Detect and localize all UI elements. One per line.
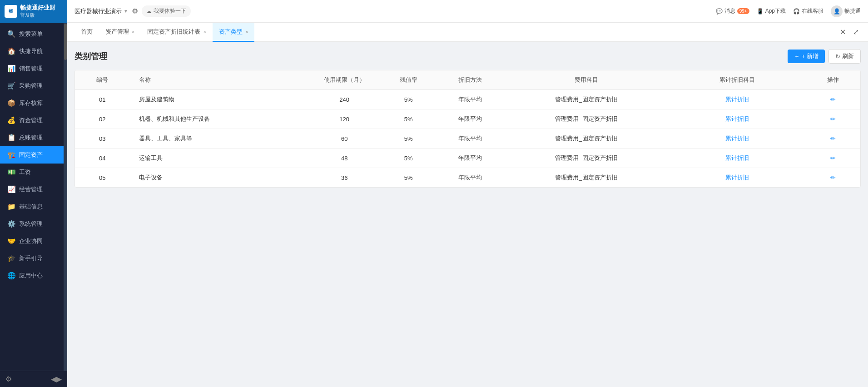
edit-icon[interactable]: ✏ <box>830 96 836 103</box>
company-selector[interactable]: 医疗器械行业演示 ▼ <box>74 7 128 15</box>
cell-ratio: 5% <box>381 149 436 168</box>
cell-action[interactable]: ✏ <box>805 149 860 168</box>
tab-close-icon[interactable]: × <box>245 29 248 35</box>
tab-depreciation[interactable]: 固定资产折旧统计表× <box>141 23 212 42</box>
sidebar-item-basics[interactable]: 📁 基础信息 <box>0 198 64 215</box>
sidebar-item-inventory[interactable]: 📦 库存核算 <box>0 94 64 112</box>
sidebar-item-label: 采购管理 <box>19 82 43 90</box>
sidebar-item-appcenter[interactable]: 🌐 应用中心 <box>0 267 64 284</box>
edit-icon[interactable]: ✏ <box>830 174 836 181</box>
experience-button[interactable]: ☁ 我要体验一下 <box>142 5 191 17</box>
message-label: 消息 <box>724 7 735 15</box>
cell-accum: 累计折旧 <box>669 149 805 168</box>
message-button[interactable]: 💬 消息 99+ <box>716 7 749 15</box>
system-icon: ⚙️ <box>7 220 15 228</box>
tab-close-icon[interactable]: × <box>132 29 134 35</box>
sidebar-item-fixed[interactable]: 🏗️ 固定资产 <box>0 146 64 164</box>
sidebar-item-ledger[interactable]: 📋 总账管理 <box>0 129 64 146</box>
cell-code: 03 <box>75 129 130 149</box>
cell-name: 器具、工具、家具等 <box>130 129 308 149</box>
app-logo-icon: 畅 <box>5 5 17 18</box>
col-header-accum: 累计折旧科目 <box>669 70 805 90</box>
cell-method: 年限平均 <box>436 149 504 168</box>
cell-expense: 管理费用_固定资产折旧 <box>504 149 669 168</box>
sidebar-item-collab[interactable]: 🤝 企业协同 <box>0 233 64 250</box>
tab-asset-mgmt[interactable]: 资产管理× <box>99 23 141 42</box>
sidebar-item-system[interactable]: ⚙️ 系统管理 <box>0 215 64 233</box>
new-button[interactable]: ＋ + 新增 <box>788 50 825 63</box>
refresh-button[interactable]: ↻ 刷新 <box>828 49 861 64</box>
edit-icon[interactable]: ✏ <box>830 135 836 142</box>
avatar: 👤 <box>831 5 843 17</box>
cell-ratio: 5% <box>381 109 436 129</box>
col-header-period: 使用期限（月） <box>308 70 381 90</box>
user-icon: 👤 <box>833 8 840 15</box>
cell-action[interactable]: ✏ <box>805 109 860 129</box>
experience-label: 我要体验一下 <box>154 7 186 15</box>
sidebar-item-label: 新手引导 <box>19 254 43 263</box>
sidebar-item-label: 资金管理 <box>19 116 43 124</box>
cell-name: 房屋及建筑物 <box>130 90 308 109</box>
company-settings-icon[interactable]: ⚙ <box>132 7 138 15</box>
cell-period: 60 <box>308 129 381 149</box>
sidebar-item-salary[interactable]: 💵 工资 <box>0 164 64 181</box>
sidebar-item-sales[interactable]: 📊 销售管理 <box>0 60 64 77</box>
edit-icon[interactable]: ✏ <box>830 154 836 162</box>
data-table: 编号 名称 使用期限（月） 残值率 折旧方法 费用科目 累计折旧科目 操作 01… <box>74 70 861 188</box>
cell-code: 05 <box>75 168 130 188</box>
cell-action[interactable]: ✏ <box>805 129 860 149</box>
tab-close-icon[interactable]: × <box>203 29 206 35</box>
plus-icon: ＋ <box>794 52 800 60</box>
tab-label: 固定资产折旧统计表 <box>147 28 200 36</box>
cell-name: 机器、机械和其他生产设备 <box>130 109 308 129</box>
guide-icon: 🎓 <box>7 254 15 263</box>
customer-service-button[interactable]: 🎧 在线客服 <box>793 7 823 15</box>
tab-label: 首页 <box>81 28 93 36</box>
edit-icon[interactable]: ✏ <box>830 115 836 123</box>
sidebar-scrollbar[interactable] <box>64 23 67 371</box>
appcenter-icon: 🌐 <box>7 272 15 280</box>
search-icon: 🔍 <box>7 30 15 38</box>
refresh-icon: ↻ <box>835 53 840 60</box>
operations-icon: 📈 <box>7 185 15 194</box>
table-row: 05 电子设备 36 5% 年限平均 管理费用_固定资产折旧 累计折旧 ✏ <box>75 168 860 188</box>
cell-action[interactable]: ✏ <box>805 90 860 109</box>
sidebar-item-label: 系统管理 <box>19 220 43 228</box>
finance-icon: 💰 <box>7 116 15 124</box>
sidebar-item-operations[interactable]: 📈 经营管理 <box>0 181 64 198</box>
sidebar-item-label: 企业协同 <box>19 237 43 245</box>
app-subtitle: 普及版 <box>20 12 55 19</box>
sidebar-item-purchase[interactable]: 🛒 采购管理 <box>0 77 64 94</box>
expand-tab-button[interactable]: ⤢ <box>851 26 861 38</box>
cell-method: 年限平均 <box>436 168 504 188</box>
tab-home[interactable]: 首页 <box>74 23 99 42</box>
cell-method: 年限平均 <box>436 109 504 129</box>
user-menu[interactable]: 👤 畅捷通 <box>831 5 861 17</box>
sidebar: 畅 畅捷通好业财 普及版 🔍 搜索菜单 🏠 快捷导航 📊 销售管理 🛒 采购管理… <box>0 0 67 387</box>
inventory-icon: 📦 <box>7 99 15 107</box>
refresh-button-label: 刷新 <box>842 52 854 60</box>
topbar-right: 💬 消息 99+ 📱 App下载 🎧 在线客服 👤 畅捷通 <box>716 5 861 17</box>
topbar: 医疗器械行业演示 ▼ ⚙ ☁ 我要体验一下 💬 消息 99+ 📱 App下载 🎧… <box>67 0 868 23</box>
sidebar-item-label: 总账管理 <box>19 134 43 142</box>
sidebar-item-finance[interactable]: 💰 资金管理 <box>0 112 64 129</box>
collapse-icon[interactable]: ◀▶ <box>51 375 62 383</box>
close-tab-button[interactable]: ✕ <box>838 26 848 38</box>
col-header-expense: 费用科目 <box>504 70 669 90</box>
cell-method: 年限平均 <box>436 90 504 109</box>
scrollbar-thumb <box>64 24 67 60</box>
sidebar-item-search[interactable]: 🔍 搜索菜单 <box>0 25 64 43</box>
page-actions: ＋ + 新增 ↻ 刷新 <box>788 49 861 64</box>
download-icon: 📱 <box>757 8 764 15</box>
cell-action[interactable]: ✏ <box>805 168 860 188</box>
table-row: 04 运输工具 48 5% 年限平均 管理费用_固定资产折旧 累计折旧 ✏ <box>75 149 860 168</box>
sidebar-item-guide[interactable]: 🎓 新手引导 <box>0 250 64 267</box>
sidebar-item-quicknav[interactable]: 🏠 快捷导航 <box>0 43 64 60</box>
tab-asset-type[interactable]: 资产类型× <box>213 23 254 42</box>
app-download-label: App下载 <box>765 7 786 15</box>
cell-expense: 管理费用_固定资产折旧 <box>504 168 669 188</box>
cell-expense: 管理费用_固定资产折旧 <box>504 129 669 149</box>
app-download-button[interactable]: 📱 App下载 <box>757 7 786 15</box>
settings-icon[interactable]: ⚙ <box>5 375 12 383</box>
cell-method: 年限平均 <box>436 129 504 149</box>
